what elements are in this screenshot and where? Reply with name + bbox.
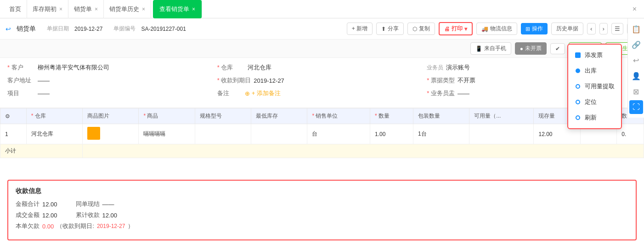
owed-hint: （收款到期日: <box>56 222 94 230</box>
add-note-button[interactable]: ⊕ + 添加备注 <box>245 89 281 97</box>
add-invoice-label: 添发票 <box>585 51 603 59</box>
doc-icon: ↩ <box>6 25 11 33</box>
print-dropdown-icon: ▾ <box>464 26 467 32</box>
nav-next-button[interactable]: › <box>599 23 608 34</box>
doc-title: 销货单 <box>17 25 36 33</box>
sidebar-back-icon[interactable]: ↩ <box>629 53 643 67</box>
owed-label: 本单欠款 <box>16 222 40 230</box>
mobile-button[interactable]: 📱 来自手机 <box>470 42 511 55</box>
th-image: 商品图片 <box>83 108 139 124</box>
customer-label: 客户 <box>7 63 35 72</box>
verified-check-button[interactable]: ✔ <box>550 43 565 54</box>
tab-bar: 首页 库存期初 × 销货单 × 销货单历史 × 查看销货单 × × <box>0 0 644 18</box>
logistics-button[interactable]: 🚚 物流信息 <box>476 23 517 35</box>
address-label: 客户地址 <box>7 76 35 85</box>
cumulative-item: 累计收款 12.00 <box>76 211 118 219</box>
mobile-icon: 📱 <box>475 46 482 52</box>
salesperson-label: 业务员盂 <box>427 89 455 97</box>
sidebar-expand-icon[interactable]: ⛶ <box>629 100 643 114</box>
toolbar-right: + 新增 ⬆ 分享 ⬡ 复制 🖨 打印 ▾ 🚚 物流信息 <box>347 22 638 35</box>
payment-date-field: 收款到期日 2019-12-27 <box>217 76 427 85</box>
status-row: 📱 来自手机 ● 未开票 ✔ ✓ 已核销 ✓ 已生效 <box>0 40 644 58</box>
print-button[interactable]: 🖨 打印 ▾ <box>439 22 473 35</box>
sidebar-grid-icon[interactable]: ⊠ <box>629 85 643 98</box>
td-image <box>83 124 139 144</box>
circle-outline-icon-1 <box>575 83 581 90</box>
no-value: SA-20191227-001 <box>141 26 186 32</box>
td-product[interactable]: 嗝嗝嗝嗝 <box>139 124 195 144</box>
tab-sales-order[interactable]: 销货单 × <box>68 0 104 18</box>
td-spec <box>195 124 251 144</box>
cumulative-value: 12.00 <box>102 212 118 219</box>
dropdown-refresh[interactable]: 刷新 <box>568 110 621 125</box>
dropdown-add-invoice[interactable]: 添发票 <box>568 47 621 63</box>
settings-icon[interactable]: ⚙ <box>5 113 10 120</box>
salesperson-value[interactable]: —— <box>458 90 469 97</box>
th-min-stock: 最低库存 <box>251 108 307 124</box>
address-value[interactable]: —— <box>38 77 50 84</box>
th-qty: 数量 <box>370 108 413 124</box>
right-sidebar: 📋 🔗 ↩ 👤 ⊠ ⛶ <box>627 18 644 118</box>
tab-close-sales-order[interactable]: × <box>95 6 98 12</box>
transaction-label: 成交金额 <box>16 211 40 219</box>
td-unit: 台 <box>307 124 370 144</box>
sidebar-link-icon[interactable]: 🔗 <box>629 38 643 51</box>
project-value[interactable]: —— <box>38 90 50 97</box>
share-button[interactable]: ⬆ 分享 <box>376 23 404 35</box>
amount-value: 12.00 <box>42 201 57 208</box>
toolbar: ↩ 销货单 单据日期 2019-12-27 单据编号 SA-20191227-0… <box>0 18 644 40</box>
payment-title: 收款信息 <box>16 187 628 195</box>
th-settings: ⚙ <box>0 108 27 124</box>
tab-close-inventory-init[interactable]: × <box>59 6 62 12</box>
td-no: 1 <box>0 124 27 144</box>
tab-home[interactable]: 首页 <box>4 0 27 18</box>
copy-icon: ⬡ <box>412 26 417 32</box>
warehouse-label: 仓库 <box>217 63 245 72</box>
plus-icon: ⊕ <box>245 90 250 97</box>
note-label: 备注 <box>217 89 245 97</box>
invoice-value[interactable]: 不开票 <box>458 76 475 85</box>
print-icon: 🖨 <box>444 26 450 32</box>
tab-sales-history[interactable]: 销货单历史 × <box>104 0 151 18</box>
payment-date-label: 收款到期日 <box>217 76 251 85</box>
staff-label: 业务员 <box>427 64 443 72</box>
owed-end: ） <box>128 222 134 230</box>
locate-label: 定位 <box>585 98 597 106</box>
dropdown-available[interactable]: 可用量提取 <box>568 79 621 94</box>
window-close-button[interactable]: × <box>629 5 640 13</box>
check-icon: ✔ <box>555 46 560 52</box>
sidebar-doc-icon[interactable]: 📋 <box>629 22 643 36</box>
tab-close-sales-history[interactable]: × <box>142 6 145 12</box>
payment-row-1: 金额合计 12.00 同单现结 —— <box>16 200 628 208</box>
td-pack-qty: 1台 <box>413 124 469 144</box>
customer-value[interactable]: 柳州粤港平安气体有限公司 <box>38 63 109 72</box>
warehouse-value[interactable]: 河北仓库 <box>248 63 271 72</box>
owed-date: 2019-12-27 <box>97 223 125 229</box>
date-value: 2019-12-27 <box>74 26 102 32</box>
cumulative-label: 累计收款 <box>76 211 100 219</box>
transaction-value: 12.00 <box>42 212 57 219</box>
operate-button[interactable]: ⊞ 操作 <box>521 23 548 34</box>
td-min-stock <box>251 124 307 144</box>
staff-value: 演示账号 <box>446 63 470 72</box>
td-qty: 1.00 <box>370 124 413 144</box>
data-table-container: ⚙ 仓库 商品图片 商品 规格型号 最低库存 销售单位 数量 包装数量 可用量（… <box>0 108 644 175</box>
note-field: 备注 ⊕ + 添加备注 <box>217 89 427 97</box>
view-list-button[interactable]: ☰ <box>611 23 623 34</box>
dropdown-locate[interactable]: 定位 <box>568 94 621 110</box>
nav-prev-button[interactable]: ‹ <box>587 23 595 34</box>
dropdown-outbound[interactable]: 出库 <box>568 63 621 79</box>
copy-button[interactable]: ⬡ 复制 <box>407 23 435 35</box>
tab-close-view-sales[interactable]: × <box>192 6 195 12</box>
refresh-label: 刷新 <box>585 114 597 122</box>
available-label: 可用量提取 <box>585 82 615 91</box>
add-button[interactable]: + 新增 <box>347 23 373 35</box>
sidebar-user-icon[interactable]: 👤 <box>629 69 643 83</box>
tab-view-sales-order[interactable]: 查看销货单 × <box>153 0 202 18</box>
not-open-button[interactable]: ● 未开票 <box>515 42 547 55</box>
form-row-1: 客户 柳州粤港平安气体有限公司 仓库 河北仓库 业务员 演示账号 <box>7 63 637 72</box>
tab-inventory-init[interactable]: 库存期初 × <box>27 0 68 18</box>
square-icon <box>575 52 581 58</box>
history-button[interactable]: 历史单据 <box>551 23 583 35</box>
payment-date-value[interactable]: 2019-12-27 <box>254 77 284 84</box>
